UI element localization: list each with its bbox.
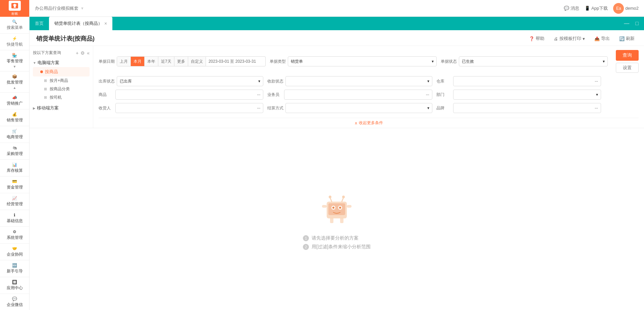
breadcrumb-text: 办公用品行业模拟账套	[35, 5, 78, 11]
breadcrumb-arrow-icon: ▾	[81, 6, 84, 11]
help-button[interactable]: ❓ 帮助	[526, 34, 547, 43]
add-scheme-button[interactable]: +	[76, 50, 78, 56]
scheme-item-by-driver[interactable]: ⊞ 按司机	[33, 93, 90, 102]
logo-icon	[9, 1, 21, 11]
sidebar-item-cooperation[interactable]: 🤝 企业协同	[0, 244, 29, 260]
sidebar-item-guide[interactable]: 🆕 新手引导	[0, 260, 29, 277]
left-sidebar: 标账 🔍 搜索菜单 ⚡ 快捷导航 🏪 零售管理 ▼ 📦 批发管理 ▲ 📣 营销推…	[0, 0, 30, 310]
sidebar-item-retail[interactable]: 🏪 零售管理 ▼	[0, 50, 29, 71]
page-title-row: 销货单统计表(按商品) ❓ 帮助 🖨 按模板打印 ▾ 📤 导出 🔄 刷新	[30, 30, 644, 46]
filter-sidebar: 按以下方案查询 + ⚙ « ▼ 电脑端方案 按商品	[30, 46, 93, 128]
out-status-select[interactable]: 已出库 ▾	[117, 76, 263, 86]
filter-cell-brand: 品牌 ···	[436, 103, 605, 113]
date-range-display[interactable]: 2023-03-01 至 2023-03-31	[206, 56, 266, 66]
scheme-group-mobile: ▶ 移动端方案	[33, 104, 90, 112]
filter-cell-doc-status: 单据状态 已生效 ▾	[441, 56, 612, 66]
warehouse-select[interactable]: ···	[453, 76, 601, 86]
scheme-group-mobile-header[interactable]: ▶ 移动端方案	[33, 104, 90, 112]
doc-type-label: 单据类型	[270, 59, 286, 64]
goods-select[interactable]: ···	[115, 90, 263, 100]
scheme-settings-button[interactable]: ⚙	[80, 50, 85, 56]
sidebar-item-sales[interactable]: 💰 销售管理	[0, 109, 29, 126]
svg-rect-12	[330, 218, 333, 223]
export-button[interactable]: 📤 导出	[592, 34, 612, 43]
date-tab-7days[interactable]: 近7天	[158, 57, 174, 66]
payment-arrow-icon: ▾	[427, 106, 429, 110]
scheme-item-by-month-goods[interactable]: ⊞ 按月+商品	[33, 76, 90, 85]
tip-num-1: 1	[303, 235, 309, 241]
filter-cell-payment: 结算方式 ▾	[267, 103, 436, 113]
scheme-group-pc-header[interactable]: ▼ 电脑端方案	[33, 58, 90, 67]
message-icon: 💬	[564, 6, 569, 11]
settings-button[interactable]: 设置	[616, 63, 639, 73]
driver-icon: ⊞	[43, 95, 48, 100]
filter-cell-pay-status: 收款状态 ▾	[267, 76, 436, 86]
action-buttons: 查询 设置	[616, 50, 639, 73]
doc-status-label: 单据状态	[441, 59, 457, 64]
tab-maximize-button[interactable]: □	[633, 20, 641, 27]
sidebar-item-finance[interactable]: 💳 资金管理	[0, 176, 29, 193]
date-tab-this-month[interactable]: 本月	[131, 57, 145, 66]
payment-select[interactable]: ▾	[285, 103, 432, 113]
scheme-item-by-goods[interactable]: 按商品	[33, 67, 90, 76]
pay-status-select[interactable]: ▾	[285, 76, 432, 86]
filter-cell-warehouse: 仓库 ···	[436, 76, 605, 86]
coop-icon: 🤝	[12, 246, 17, 251]
collapse-filters-button[interactable]: ∧ 收起更多条件	[99, 118, 639, 128]
filter-area: 按以下方案查询 + ⚙ « ▼ 电脑端方案 按商品	[30, 46, 644, 128]
download-icon: 📱	[585, 6, 590, 11]
recipient-select[interactable]: ···	[115, 103, 263, 113]
sidebar-item-basic[interactable]: ℹ 基础信息	[0, 210, 29, 227]
date-tab-this-year[interactable]: 本年	[145, 57, 158, 66]
sidebar-item-purchase[interactable]: 🛍 采购管理	[0, 143, 29, 160]
tab-close-button[interactable]: ×	[104, 21, 107, 26]
tab-report[interactable]: 销货单统计表（按商品） ×	[49, 17, 112, 30]
query-button[interactable]: 查询	[616, 50, 639, 61]
doc-status-select[interactable]: 已生效 ▾	[459, 56, 608, 66]
tab-home[interactable]: 首页	[30, 17, 49, 30]
sidebar-item-ecommerce[interactable]: 🛒 电商管理	[0, 126, 29, 143]
sidebar-item-operations[interactable]: 📈 经营管理	[0, 193, 29, 210]
brand-select[interactable]: ···	[453, 103, 601, 113]
salesperson-select[interactable]: ···	[284, 90, 432, 100]
print-button[interactable]: 🖨 按模板打印 ▾	[551, 34, 588, 43]
basic-icon: ℹ	[14, 213, 15, 217]
filter-cell-salesperson: 业务员 ···	[267, 90, 436, 100]
purchase-icon: 🛍	[13, 146, 17, 150]
svg-rect-13	[340, 218, 343, 223]
apps-icon: 🔲	[12, 280, 17, 285]
sidebar-item-wholesale[interactable]: 📦 批发管理 ▲	[0, 71, 29, 93]
top-header: 办公用品行业模拟账套 ▾ 💬 消息 📱 App下载 Ea demo2	[30, 0, 644, 17]
date-tab-custom[interactable]: 自定义	[188, 57, 206, 66]
collapse-sidebar-button[interactable]: «	[87, 50, 90, 56]
guide-icon: 🆕	[12, 263, 17, 268]
svg-rect-14	[322, 205, 327, 208]
sidebar-quick-nav[interactable]: ⚡ 快捷导航	[0, 34, 29, 50]
date-tab-more[interactable]: 更多	[174, 57, 188, 66]
messages-button[interactable]: 💬 消息	[564, 5, 579, 11]
page-title: 销货单统计表(按商品)	[36, 35, 95, 43]
app-download-button[interactable]: 📱 App下载	[585, 5, 608, 11]
user-menu[interactable]: Ea demo2	[613, 3, 639, 14]
out-status-arrow-icon: ▾	[258, 79, 260, 84]
sidebar-item-system[interactable]: ⚙ 系统管理	[0, 227, 29, 244]
sidebar-item-wechat[interactable]: 💬 企业微信	[0, 294, 29, 310]
filter-sidebar-title: 按以下方案查询 + ⚙ «	[33, 50, 90, 56]
sidebar-item-inventory[interactable]: 📊 库存核算	[0, 160, 29, 176]
scheme-item-by-category[interactable]: ⊞ 按商品分类	[33, 85, 90, 93]
dept-arrow-icon: ▾	[596, 92, 598, 97]
sidebar-search[interactable]: 🔍 搜索菜单	[0, 17, 29, 34]
search-icon: 🔍	[12, 19, 17, 24]
sidebar-item-marketing[interactable]: 📣 营销推广	[0, 93, 29, 109]
tab-minimize-button[interactable]: —	[622, 20, 631, 27]
date-tab-last-month[interactable]: 上月	[117, 57, 131, 66]
doc-type-select[interactable]: 销货单 ▾	[288, 56, 437, 66]
empty-illustration	[317, 188, 357, 228]
empty-tips: 1 请先选择要分析的方案 2 用[过滤]条件来缩小分析范围	[303, 235, 371, 250]
recipient-label: 收货人	[99, 105, 113, 111]
sidebar-item-apps[interactable]: 🔲 应用中心	[0, 277, 29, 294]
dept-label: 部门	[436, 92, 451, 98]
refresh-button[interactable]: 🔄 刷新	[616, 34, 637, 43]
dept-select[interactable]: ▾	[453, 90, 601, 100]
empty-tip-2: 2 用[过滤]条件来缩小分析范围	[303, 244, 371, 250]
